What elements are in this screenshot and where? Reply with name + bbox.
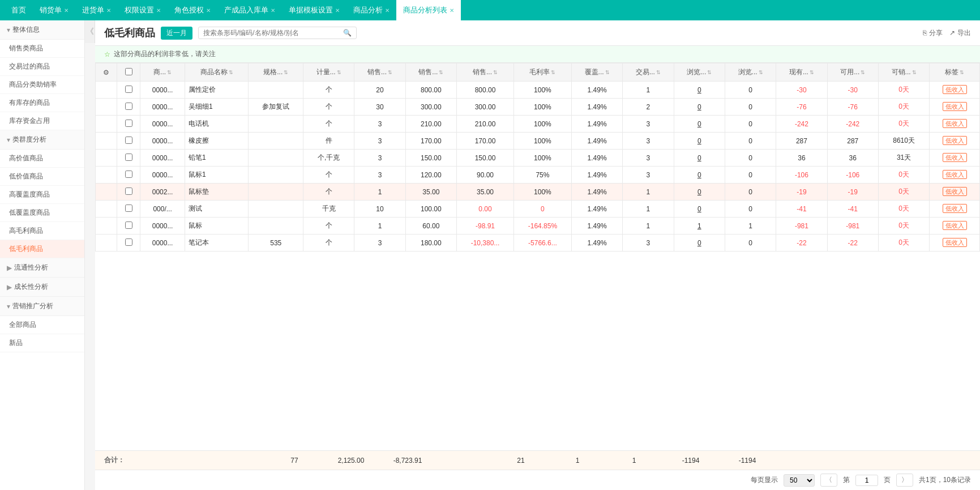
cell-view1[interactable]: 0 — [674, 150, 725, 167]
close-icon[interactable]: ✕ — [106, 7, 111, 14]
nav-item-analysis-list[interactable]: 商品分析列表 ✕ — [396, 0, 461, 20]
close-icon[interactable]: ✕ — [206, 7, 211, 14]
col-unit[interactable]: 计量...⇅ — [303, 63, 354, 82]
col-sales-qty[interactable]: 销售...⇅ — [354, 63, 405, 82]
cell-checkbox[interactable] — [117, 99, 140, 116]
per-page-select[interactable]: 50 100 200 — [784, 474, 815, 487]
sidebar-item-all-goods[interactable]: 全部商品 — [0, 316, 84, 334]
col-available[interactable]: 可用...⇅ — [827, 63, 878, 82]
sidebar-group-marketing[interactable]: ▾ 营销推广分析 — [0, 297, 84, 316]
col-saleable[interactable]: 可销...⇅ — [878, 63, 929, 82]
cell-view1[interactable]: 0 — [674, 201, 725, 218]
cell-view1[interactable]: 1 — [674, 218, 725, 235]
sidebar-group-cluster[interactable]: ▾ 类群度分析 — [0, 130, 84, 150]
col-view2[interactable]: 浏览...⇅ — [725, 63, 776, 82]
sidebar-item-stock-goods[interactable]: 有库存的商品 — [0, 94, 84, 112]
cell-checkbox[interactable] — [117, 201, 140, 218]
nav-item-permission[interactable]: 权限设置 ✕ — [118, 0, 168, 20]
col-sales-price[interactable]: 销售...⇅ — [405, 63, 456, 82]
cell-checkbox[interactable] — [117, 150, 140, 167]
close-icon[interactable]: ✕ — [385, 7, 390, 14]
row-checkbox[interactable] — [125, 86, 132, 93]
close-icon[interactable]: ✕ — [156, 7, 161, 14]
sidebar-item-low-value[interactable]: 低价值商品 — [0, 168, 84, 186]
cell-saleable: 0天 — [878, 235, 929, 252]
nav-item-template[interactable]: 单据模板设置 ✕ — [282, 0, 346, 20]
next-page-button[interactable]: 〉 — [896, 474, 913, 487]
sidebar-item-high-value[interactable]: 高价值商品 — [0, 150, 84, 168]
filter-button[interactable]: 近一月 — [161, 27, 192, 40]
col-coverage[interactable]: 覆盖...⇅ — [571, 63, 622, 82]
col-name[interactable]: 商品名称⇅ — [185, 63, 248, 82]
row-checkbox[interactable] — [125, 137, 132, 144]
sidebar-group-overall[interactable]: ▾ 整体信息 — [0, 20, 84, 40]
export-button[interactable]: ↗ 导出 — [949, 28, 971, 38]
col-tag[interactable]: 标签⇅ — [930, 63, 980, 82]
close-icon[interactable]: ✕ — [64, 7, 69, 14]
col-current[interactable]: 现有...⇅ — [776, 63, 827, 82]
nav-item-analysis[interactable]: 商品分析 ✕ — [346, 0, 396, 20]
row-checkbox[interactable] — [125, 120, 132, 127]
col-sales-amt[interactable]: 销售...⇅ — [457, 63, 514, 82]
row-checkbox[interactable] — [125, 238, 132, 246]
cell-checkbox[interactable] — [117, 235, 140, 252]
search-input[interactable] — [203, 29, 340, 37]
col-view1[interactable]: 浏览...⇅ — [674, 63, 725, 82]
prev-page-button[interactable]: 〈 — [820, 474, 837, 487]
col-checkbox[interactable] — [117, 63, 140, 82]
nav-item-sales[interactable]: 销货单 ✕ — [33, 0, 75, 20]
cell-view1[interactable]: 0 — [674, 235, 725, 252]
cell-checkbox[interactable] — [117, 133, 140, 150]
cell-view1[interactable]: 0 — [674, 82, 725, 99]
sidebar-item-low-margin[interactable]: 低毛利商品 — [0, 240, 84, 258]
cell-checkbox[interactable] — [117, 167, 140, 184]
nav-item-role[interactable]: 角色授权 ✕ — [168, 0, 217, 20]
sidebar-item-high-margin[interactable]: 高毛利商品 — [0, 222, 84, 240]
sidebar-group-liquidity[interactable]: ▶ 流通性分析 — [0, 258, 84, 278]
row-checkbox[interactable] — [125, 204, 132, 212]
cell-checkbox[interactable] — [117, 116, 140, 133]
close-icon[interactable]: ✕ — [450, 7, 454, 14]
row-checkbox[interactable] — [125, 221, 132, 229]
cell-sales-qty: 10 — [354, 201, 405, 218]
cell-view1[interactable]: 0 — [674, 184, 725, 201]
cell-view1[interactable]: 0 — [674, 133, 725, 150]
cell-gross-margin: 100% — [513, 82, 571, 99]
nav-item-purchase[interactable]: 进货单 ✕ — [75, 0, 118, 20]
sidebar-item-sales-goods[interactable]: 销售类商品 — [0, 40, 84, 58]
col-spec[interactable]: 规格...⇅ — [249, 63, 303, 82]
search-box[interactable]: 🔍 — [198, 27, 357, 39]
sidebar-item-new-goods[interactable]: 新品 — [0, 334, 84, 352]
nav-item-product-in[interactable]: 产成品入库单 ✕ — [217, 0, 282, 20]
page-number-input[interactable] — [855, 475, 878, 486]
col-settings[interactable]: ⚙ — [96, 63, 117, 82]
select-all-checkbox[interactable] — [125, 68, 132, 75]
row-checkbox[interactable] — [125, 188, 132, 195]
nav-item-home[interactable]: 首页 — [5, 0, 33, 20]
sidebar-group-growth[interactable]: ▶ 成长性分析 — [0, 278, 84, 297]
sidebar-item-low-coverage[interactable]: 低覆盖度商品 — [0, 204, 84, 222]
cell-view1[interactable]: 0 — [674, 167, 725, 184]
cell-view1[interactable]: 0 — [674, 116, 725, 133]
close-icon[interactable]: ✕ — [335, 7, 340, 14]
cell-checkbox[interactable] — [117, 218, 140, 235]
row-checkbox[interactable] — [125, 103, 132, 110]
cell-view1[interactable]: 0 — [674, 99, 725, 116]
sidebar-item-category-rate[interactable]: 商品分类助销率 — [0, 76, 84, 94]
sidebar-item-traded-goods[interactable]: 交易过的商品 — [0, 58, 84, 76]
share-button[interactable]: ⎘ 分享 — [923, 28, 943, 38]
cell-checkbox[interactable] — [117, 82, 140, 99]
col-transaction[interactable]: 交易...⇅ — [623, 63, 674, 82]
col-code[interactable]: 商...⇅ — [140, 63, 185, 82]
row-checkbox[interactable] — [125, 154, 132, 161]
col-gross-margin[interactable]: 毛利率⇅ — [513, 63, 571, 82]
cell-coverage: 1.49% — [571, 184, 622, 201]
sidebar-item-high-coverage[interactable]: 高覆盖度商品 — [0, 186, 84, 204]
cell-checkbox[interactable] — [117, 184, 140, 201]
per-page-label: 每页显示 — [751, 475, 778, 485]
close-icon[interactable]: ✕ — [271, 7, 275, 14]
sidebar-item-stock-funds[interactable]: 库存资金占用 — [0, 112, 84, 130]
sidebar-collapse-button[interactable]: 《 — [85, 20, 95, 43]
row-checkbox[interactable] — [125, 171, 132, 178]
cell-available: -22 — [827, 235, 878, 252]
